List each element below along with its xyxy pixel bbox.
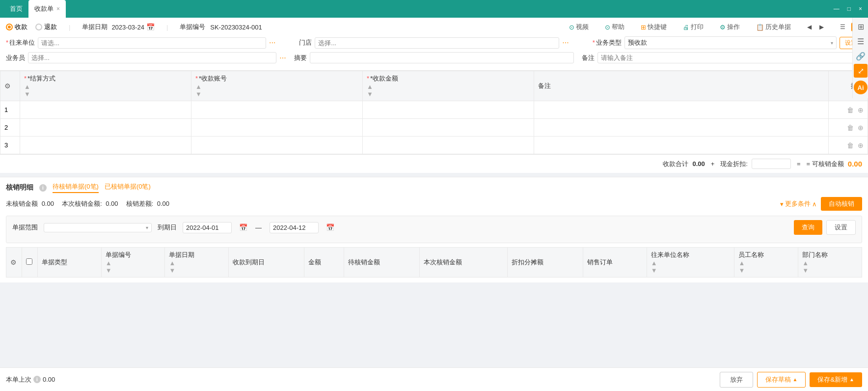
- settlement-sort[interactable]: ▲▼: [24, 83, 187, 98]
- gear-icon[interactable]: ⚙: [4, 82, 11, 90]
- completed-tab[interactable]: 已核销单据(0笔): [105, 182, 151, 193]
- row2-settlement[interactable]: [20, 119, 191, 137]
- biz-type-select[interactable]: 预收款 ▾: [624, 36, 837, 49]
- print-btn[interactable]: 🖨 打印: [681, 22, 705, 32]
- row1-settlement[interactable]: [20, 101, 191, 119]
- maximize-btn[interactable]: □: [845, 4, 853, 13]
- sidebar-expand-icon[interactable]: ⤢: [854, 64, 868, 78]
- wo-settings-btn[interactable]: 设置: [826, 220, 856, 235]
- uncancelled-value: 0.00: [42, 200, 54, 207]
- result-value: 0.00: [848, 160, 862, 168]
- next-btn[interactable]: ▶: [817, 23, 826, 31]
- save-draft-btn[interactable]: 保存草稿 ▲: [757, 372, 806, 388]
- receipt-radio[interactable]: 收款: [6, 23, 27, 31]
- store-label: 门店: [299, 38, 312, 47]
- dept-sort[interactable]: ▲▼: [802, 259, 858, 274]
- auto-writeoff-btn[interactable]: 自动核销: [821, 197, 862, 211]
- due-date-to-input[interactable]: [270, 222, 319, 233]
- row3-delete-icon[interactable]: 🗑: [847, 141, 854, 149]
- table-row: 1 🗑 ⊕: [0, 101, 868, 119]
- close-btn[interactable]: ×: [857, 4, 864, 13]
- bill-date-icon[interactable]: 📅: [146, 23, 155, 31]
- history-btn[interactable]: 📋 历史单据: [754, 22, 793, 32]
- table-header-row: ⚙ *结算方式 ▲▼ *收款账号 ▲▼ *收款金额 ▲▼: [0, 71, 868, 101]
- save-new-btn[interactable]: 保存&新增 ▲: [810, 372, 862, 387]
- nav-actions: — □ ×: [832, 4, 864, 13]
- video-btn[interactable]: ⊙ 视频: [567, 22, 591, 32]
- sidebar-attachment-icon[interactable]: 🔗: [854, 49, 868, 63]
- row1-copy-icon[interactable]: ⊕: [858, 106, 864, 114]
- row3-remark[interactable]: [534, 137, 829, 154]
- operations-btn[interactable]: ⚙ 操作: [718, 22, 742, 32]
- account-sort[interactable]: ▲▼: [195, 83, 358, 98]
- help-btn[interactable]: ⊙ 帮助: [603, 22, 626, 32]
- nav-tab-home[interactable]: 首页: [4, 0, 28, 18]
- bill-no-sort[interactable]: ▲▼: [106, 259, 161, 274]
- discount-input[interactable]: [752, 159, 791, 169]
- store-input[interactable]: [315, 37, 559, 49]
- sidebar-doc-icon[interactable]: ☰: [854, 34, 868, 48]
- row2-amount[interactable]: [363, 119, 534, 137]
- counterpart-input[interactable]: [38, 37, 266, 49]
- row2-delete-icon[interactable]: 🗑: [847, 124, 854, 132]
- ai-button[interactable]: Ai: [854, 81, 868, 94]
- row3-amount[interactable]: [363, 137, 534, 154]
- nav-tab-receipt[interactable]: 收款单 ×: [28, 0, 66, 18]
- refund-radio[interactable]: 退款: [35, 23, 57, 31]
- due-date-to-calendar[interactable]: 📅: [326, 223, 334, 231]
- amount-sort[interactable]: ▲▼: [367, 83, 530, 98]
- row1-actions: 🗑 ⊕: [829, 101, 868, 119]
- bill-range-label: 单据范围: [12, 223, 38, 232]
- employee-sort[interactable]: ▲▼: [738, 259, 794, 274]
- remarks-input[interactable]: [597, 52, 862, 63]
- pending-tab[interactable]: 待核销单据(0笔): [53, 182, 99, 193]
- bth-bill-date: 单据日期 ▲▼: [165, 248, 229, 278]
- salesperson-more-btn[interactable]: ···: [279, 54, 286, 62]
- row3-no: 3: [0, 137, 20, 154]
- shortcut-btn[interactable]: ⊞ 快捷键: [639, 22, 669, 32]
- salesperson-input[interactable]: [28, 52, 276, 63]
- query-btn[interactable]: 查询: [794, 220, 822, 235]
- bth-dept: 部门名称 ▲▼: [798, 248, 862, 278]
- total-value: 0.00: [692, 160, 705, 168]
- summary-label: 摘要: [294, 54, 307, 62]
- biz-type-field: 业务类型 预收款 ▾ 设置: [593, 36, 862, 49]
- writeoff-info-icon[interactable]: i: [39, 184, 47, 192]
- row2-actions: 🗑 ⊕: [829, 119, 868, 137]
- prev-btn[interactable]: ◀: [805, 23, 814, 31]
- counterpart-sort[interactable]: ▲▼: [651, 259, 731, 274]
- row1-delete-icon[interactable]: 🗑: [847, 106, 854, 114]
- row3-settlement[interactable]: [20, 137, 191, 154]
- select-all-checkbox[interactable]: [26, 258, 32, 265]
- row1-amount[interactable]: [363, 101, 534, 119]
- row1-account[interactable]: [191, 101, 363, 119]
- summary-input[interactable]: [310, 52, 574, 63]
- row3-copy-icon[interactable]: ⊕: [858, 141, 864, 149]
- row2-copy-icon[interactable]: ⊕: [858, 124, 864, 132]
- close-tab-icon[interactable]: ×: [56, 5, 60, 12]
- discard-btn[interactable]: 放弃: [720, 372, 753, 388]
- row3-account[interactable]: [191, 137, 363, 154]
- sidebar-table-icon[interactable]: ⊞: [854, 20, 868, 33]
- bottom-gear-icon[interactable]: ⚙: [10, 258, 17, 266]
- bottom-info-icon[interactable]: i: [33, 376, 41, 383]
- summary-row: 收款合计 0.00 + 现金折扣: = = 可核销金额 0.00: [0, 154, 868, 173]
- minimize-btn[interactable]: —: [832, 4, 841, 13]
- bill-date-sort[interactable]: ▲▼: [169, 259, 224, 274]
- bth-bill-no: 单据编号 ▲▼: [101, 248, 165, 278]
- page-wrapper: 收款 退款 | 单据日期 2023-03-24 📅 | 单据编号 SK-2023…: [0, 18, 868, 391]
- list-view-btn[interactable]: ☰: [838, 23, 847, 31]
- filter-row: 单据范围 ▾ 到期日 📅 — 📅 查询 设置: [12, 220, 856, 235]
- bill-range-select[interactable]: ▾: [44, 223, 152, 232]
- due-date-from-calendar[interactable]: 📅: [239, 223, 247, 231]
- counterpart-more-btn[interactable]: ···: [269, 39, 275, 47]
- due-date-from-input[interactable]: [183, 222, 232, 233]
- row2-remark[interactable]: [534, 119, 829, 137]
- store-more-btn[interactable]: ···: [562, 39, 569, 47]
- bottom-bill-label: 本单上次: [6, 375, 31, 384]
- row1-remark[interactable]: [534, 101, 829, 119]
- row2-account[interactable]: [191, 119, 363, 137]
- bth-gear: ⚙: [6, 248, 22, 278]
- more-conditions-btn[interactable]: ▾ 更多条件 ∧: [780, 199, 817, 208]
- current-field: 本次核销金额: 0.00: [62, 199, 118, 208]
